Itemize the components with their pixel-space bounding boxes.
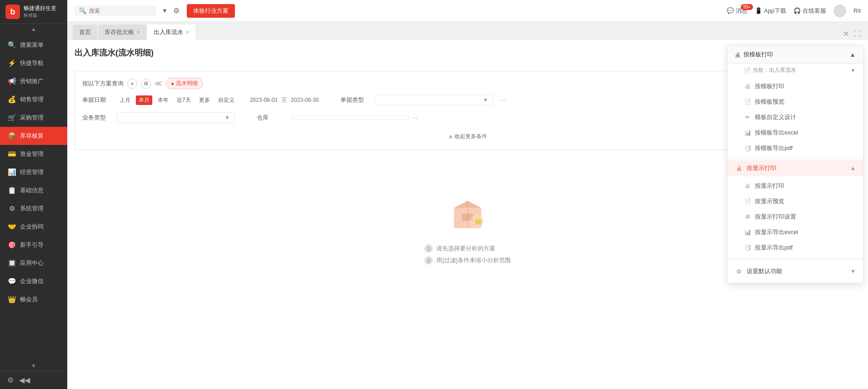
industry-btn[interactable]: 体验行业方案 — [187, 4, 235, 18]
msg-icon: 💬 — [727, 7, 734, 14]
topbar-app[interactable]: 📱 App下载 — [755, 7, 786, 15]
topbar-service[interactable]: 🎧 在线客服 — [793, 7, 826, 15]
topbar-search-icon: 🔍 — [79, 7, 86, 14]
date-tab-this-year[interactable]: 本年 — [155, 95, 171, 105]
warehouse-field-label: 仓库 — [257, 114, 284, 122]
service-icon: 🎧 — [793, 7, 801, 14]
display-print-icon: 🖨 — [744, 182, 751, 190]
sidebar-scroll-up[interactable]: ▲ — [0, 24, 67, 34]
tab-home-label: 首页 — [79, 28, 91, 36]
dropdown-display-section-header[interactable]: 🖨 按显示打印 ▲ — [728, 160, 863, 176]
business-select[interactable]: ▼ — [117, 112, 235, 123]
sidebar-item-search[interactable]: 🔍 搜索菜单 — [0, 36, 67, 54]
sidebar-item-marketing[interactable]: 📢 营销推广 — [0, 72, 67, 90]
tab-flow-label: 出入库流水 — [154, 28, 183, 36]
tabbar-expand-btn[interactable]: ⛶ — [852, 28, 863, 40]
app-label: App下载 — [764, 7, 786, 15]
topbar-avatar[interactable] — [833, 5, 846, 17]
filter-chip-icon: ● — [171, 80, 174, 87]
basic-icon: 📋 — [7, 186, 16, 195]
dropdown-item-template-pdf[interactable]: 📑 按模板导出pdf — [728, 140, 863, 156]
sidebar-item-operation[interactable]: 📊 经营管理 — [0, 163, 67, 181]
sidebar-item-appcenter[interactable]: 🔲 应用中心 — [0, 254, 67, 272]
type-select[interactable]: ▼ — [375, 95, 493, 105]
topbar-settings-icon[interactable]: ⚙ — [173, 6, 180, 15]
tab-home[interactable]: 首页 — [73, 25, 97, 40]
collapse-sidebar-icon[interactable]: ◀◀ — [19, 376, 30, 384]
display-pdf-icon: 📑 — [744, 244, 751, 251]
filter-settings-btn[interactable]: ⚙ — [141, 79, 151, 89]
quick-nav-icon: ⚡ — [7, 59, 16, 68]
date-range-start[interactable]: 2023-06-01 — [250, 97, 278, 103]
topbar-search-box[interactable]: 🔍 — [75, 5, 156, 16]
sidebar-item-system[interactable]: ⚙ 系统管理 — [0, 199, 67, 218]
finance-icon: 💳 — [7, 150, 16, 159]
guide-icon: 🎯 — [7, 240, 16, 249]
tab-batch-close[interactable]: × — [137, 30, 140, 35]
sidebar-item-wechat[interactable]: 💬 企业微信 — [0, 272, 67, 290]
sidebar-item-quick-nav[interactable]: ⚡ 快捷导航 — [0, 54, 67, 72]
dropdown-current-label: 📄 当前：出入库流水 ▼ — [728, 64, 863, 77]
filter-add-btn[interactable]: + — [127, 79, 137, 89]
tabbar-close-btn[interactable]: ✕ — [841, 28, 851, 40]
app-name: 畅捷通好生意 — [24, 5, 56, 12]
dropdown-item-display-pdf[interactable]: 📑 按显示导出pdf — [728, 240, 863, 255]
date-tab-custom[interactable]: 自定义 — [215, 95, 237, 105]
filter-collapse-btn[interactable]: ≪ — [155, 79, 162, 88]
sidebar-item-basic[interactable]: 📋 基础信息 — [0, 181, 67, 199]
date-tab-last-month[interactable]: 上月 — [117, 95, 133, 105]
sidebar-item-enterprise[interactable]: 🤝 企业协同 — [0, 218, 67, 236]
template-pdf-icon: 📑 — [744, 145, 751, 152]
tip-text-2: 用[过滤]条件来缩小分析范围 — [436, 256, 510, 264]
dropdown-item-display-settings[interactable]: ⚙ 按显示打印设置 — [728, 209, 863, 224]
date-tab-7days[interactable]: 近7天 — [174, 95, 194, 105]
date-tab-this-month[interactable]: 本月 — [136, 95, 152, 105]
type-select-arrow: ▼ — [483, 97, 489, 103]
empty-tip-2: 2 用[过滤]条件来缩小分析范围 — [424, 256, 510, 264]
sidebar-item-guide[interactable]: 🎯 新手引导 — [0, 236, 67, 254]
dropdown-item-template-print[interactable]: 🖨 按模板打印 — [728, 79, 863, 94]
empty-illustration: 😊 — [445, 192, 490, 237]
settings-bottom-icon[interactable]: ⚙ — [7, 376, 14, 384]
dropdown-template-section: 🖨 按模板打印 📄 按模板预览 ✏ 模板自定义设计 📊 按模板导出excel 📑… — [728, 77, 863, 158]
dropdown-item-template-excel[interactable]: 📊 按模板导出excel — [728, 125, 863, 140]
dropdown-panel-title: 🖨 按模板打印 — [735, 50, 773, 59]
collapse-arrow-icon: ∧ — [449, 134, 453, 140]
inventory-icon: 📦 — [7, 131, 16, 140]
filter-chip[interactable]: ● 流水明细 — [166, 78, 203, 89]
dropdown-panel-header: 🖨 按模板打印 ▲ — [728, 46, 863, 64]
date-range-end[interactable]: 2023-06-30 — [291, 97, 319, 103]
dropdown-item-template-custom[interactable]: ✏ 模板自定义设计 — [728, 110, 863, 125]
purchase-icon: 🛒 — [7, 113, 16, 122]
dropdown-panel-collapse[interactable]: ▲ — [849, 51, 856, 58]
wechat-icon: 💬 — [7, 277, 16, 286]
tab-flow-close[interactable]: × — [186, 30, 189, 35]
dropdown-footer-settings[interactable]: ⚙ 设置默认功能 ▼ — [735, 264, 856, 279]
sidebar-item-finance[interactable]: 💳 资金管理 — [0, 145, 67, 163]
tab-batch[interactable]: 库存批次账 × — [98, 25, 146, 40]
empty-tips: 1 请先选择要分析的方案 2 用[过滤]条件来缩小分析范围 — [424, 244, 510, 264]
footer-settings-icon: ⚙ — [735, 267, 743, 275]
dropdown-item-template-preview[interactable]: 📄 按模板预览 — [728, 94, 863, 110]
topbar-dropdown-arrow[interactable]: ▼ — [162, 7, 168, 14]
search-input[interactable] — [89, 8, 144, 14]
warehouse-more-btn[interactable]: ··· — [412, 114, 418, 121]
date-tab-more[interactable]: 更多 — [196, 95, 213, 105]
sidebar-item-inventory[interactable]: 📦 库存核算 — [0, 127, 67, 145]
sidebar-scroll-down[interactable]: ▼ — [0, 361, 67, 371]
sidebar: b 畅捷通好生意 标准版 ▲ 🔍 搜索菜单 ⚡ 快捷导航 📢 营销推广 💰 销售… — [0, 0, 67, 389]
sidebar-item-member[interactable]: 👑 畅会员 — [0, 290, 67, 309]
dropdown-item-display-excel[interactable]: 📊 按显示导出excel — [728, 224, 863, 240]
appcenter-icon: 🔲 — [7, 259, 16, 268]
dropdown-item-display-preview[interactable]: 📄 按显示预览 — [728, 194, 863, 209]
dropdown-display-section: 🖨 按显示打印 📄 按显示预览 ⚙ 按显示打印设置 📊 按显示导出excel 📑… — [728, 176, 863, 257]
filter-label: 按以下方案查询 — [82, 80, 124, 88]
topbar-username[interactable]: Rit — [853, 7, 861, 14]
sidebar-item-sales[interactable]: 💰 销售管理 — [0, 90, 67, 109]
type-more-btn[interactable]: ··· — [500, 96, 506, 104]
tab-flow[interactable]: 出入库流水 × — [147, 25, 195, 40]
dropdown-item-display-print[interactable]: 🖨 按显示打印 — [728, 178, 863, 194]
sidebar-item-purchase[interactable]: 🛒 采购管理 — [0, 109, 67, 127]
topbar-msg[interactable]: 💬 消息 99+ — [727, 7, 748, 15]
warehouse-select[interactable] — [291, 115, 409, 120]
